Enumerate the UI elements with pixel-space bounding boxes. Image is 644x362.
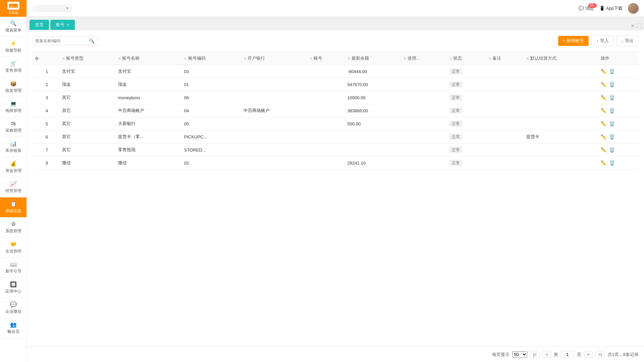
tab-close-icon[interactable]: ✕	[66, 23, 69, 27]
delete-icon[interactable]: 🗑️	[609, 95, 615, 100]
th-balance[interactable]: ⇅最新余额	[345, 52, 401, 65]
status-badge: 正常	[449, 68, 463, 74]
sidebar-item-apps[interactable]: 🔲 应用中心	[0, 278, 27, 298]
cell-remark	[486, 104, 524, 117]
export-button[interactable]: ↓ 导出	[616, 36, 639, 46]
th-account[interactable]: ⇅账号	[307, 52, 345, 65]
top-search-box[interactable]: ▼	[32, 5, 72, 12]
delete-icon[interactable]: 🗑️	[609, 134, 615, 139]
edit-icon[interactable]: ✏️	[601, 82, 606, 87]
top-search-input[interactable]	[36, 6, 63, 11]
search-input[interactable]	[35, 39, 89, 43]
cell-no: 3	[43, 91, 59, 104]
apps-icon: 🔲	[10, 281, 17, 288]
cell-status: 正常	[446, 117, 486, 130]
logo-icon: Ea	[7, 2, 19, 10]
sidebar-item-system[interactable]: ⚙ 系统管理	[0, 218, 27, 238]
delete-icon[interactable]: 🗑️	[609, 160, 615, 166]
th-settings[interactable]: ⚙	[32, 52, 43, 65]
cell-status: 正常	[446, 78, 486, 91]
app-download-label: App下载	[606, 5, 623, 11]
edit-icon[interactable]: ✏️	[601, 134, 606, 139]
edit-icon[interactable]: ✏️	[601, 147, 606, 153]
page-size-select[interactable]: 50 100	[512, 351, 527, 358]
sidebar-item-label: 批发管理	[5, 88, 21, 94]
edit-icon[interactable]: ✏️	[601, 108, 606, 113]
delete-icon[interactable]: 🗑️	[609, 69, 615, 74]
cell-no: 4	[43, 104, 59, 117]
ecommerce-icon: 💻	[10, 101, 17, 107]
cell-bank	[241, 143, 307, 157]
table-row: 3 其它 moneybosx 06 10000.00 正常 ✏️ 🗑️	[32, 91, 639, 104]
cell-account	[307, 143, 345, 157]
status-badge: 正常	[449, 95, 463, 101]
cell-default-settle	[524, 117, 598, 130]
sidebar-item-basic[interactable]: 📋 基础信息	[0, 197, 27, 218]
wholesale-icon: 📦	[10, 80, 17, 87]
tab-home[interactable]: 首页	[30, 20, 49, 30]
user-avatar[interactable]	[628, 3, 639, 14]
sidebar-item-retail[interactable]: 🛒 零售管理	[0, 57, 27, 77]
sidebar-item-guide[interactable]: 📖 新手引导	[0, 258, 27, 278]
sidebar-item-wechat[interactable]: 💬 企业微信	[0, 298, 27, 318]
edit-icon[interactable]: ✏️	[601, 121, 606, 126]
th-usage[interactable]: ⇅使用...	[401, 52, 446, 65]
delete-icon[interactable]: 🗑️	[609, 108, 615, 113]
th-name[interactable]: ⇅账号名称	[115, 52, 181, 65]
account-table: ⚙ ⇅账号类型 ⇅账号名称 ⇅账号编码 ⇅开户银行 ⇅账号 ⇅最新余额 ⇅使用.…	[32, 52, 639, 170]
cell-remark	[486, 130, 524, 143]
add-account-button[interactable]: + 新增账号	[558, 36, 589, 46]
sidebar-item-operations[interactable]: 📈 经营管理	[0, 177, 27, 197]
tab-bar-close-icon[interactable]: ✕	[631, 23, 635, 28]
cell-settings	[32, 130, 43, 143]
message-button[interactable]: 💬 消息 99+	[579, 5, 594, 11]
delete-icon[interactable]: 🗑️	[609, 82, 615, 87]
th-default-settle[interactable]: ⇅默认结算方式	[524, 52, 598, 65]
tab-bar-expand-icon[interactable]: ⛶	[637, 23, 641, 28]
last-page-button[interactable]: >|	[595, 351, 605, 358]
th-code[interactable]: ⇅账号编码	[181, 52, 241, 65]
search-icon: 🔍	[89, 38, 95, 44]
sidebar-item-wholesale[interactable]: 📦 批发管理	[0, 77, 27, 97]
inventory-icon: 📊	[10, 140, 17, 147]
cell-balance: 500.00	[345, 117, 401, 130]
cell-balance: 383866.00	[345, 104, 401, 117]
table-row: 7 其它 零售抵现 STORED... 正常 ✏️ 🗑️	[32, 143, 639, 157]
sidebar-item-inventory[interactable]: 📊 库存核算	[0, 137, 27, 157]
sidebar-item-agreement[interactable]: 🤝 企业协同	[0, 238, 27, 258]
app-download-button[interactable]: 📱 App下载	[599, 5, 623, 11]
next-page-button[interactable]: >	[584, 351, 593, 358]
import-button[interactable]: ↑ 导入	[591, 36, 614, 46]
tab-account[interactable]: 账号 ✕	[50, 20, 75, 30]
cell-type: 其它	[59, 117, 115, 130]
cell-balance: 28241.10	[345, 157, 401, 170]
sidebar-item-finance[interactable]: 💰 资金管理	[0, 157, 27, 177]
th-type[interactable]: ⇅账号类型	[59, 52, 115, 65]
member-icon: 👥	[10, 321, 17, 328]
edit-icon[interactable]: ✏️	[601, 95, 606, 100]
page-number-input[interactable]	[561, 351, 574, 358]
cell-code: 02	[181, 157, 241, 170]
table-row: 5 其它 大新银行 05 500.00 正常 ✏️ 🗑️	[32, 117, 639, 130]
search-input-box[interactable]: 🔍	[32, 37, 99, 45]
sidebar-item-shortcut[interactable]: ⚡ 快捷导航	[0, 37, 27, 57]
cell-action: ✏️ 🗑️	[598, 91, 639, 104]
prev-page-button[interactable]: <	[542, 351, 551, 358]
cell-status: 正常	[446, 91, 486, 104]
edit-icon[interactable]: ✏️	[601, 69, 606, 74]
first-page-button[interactable]: |<	[530, 351, 540, 358]
sidebar-item-purchase[interactable]: 🛍 采购管理	[0, 117, 27, 137]
sidebar-item-label: 零售管理	[5, 68, 21, 73]
edit-icon[interactable]: ✏️	[601, 160, 606, 166]
cell-type: 其它	[59, 91, 115, 104]
delete-icon[interactable]: 🗑️	[609, 121, 615, 126]
th-bank[interactable]: ⇅开户银行	[241, 52, 307, 65]
sidebar-item-ecommerce[interactable]: 💻 电商管理	[0, 97, 27, 117]
th-status[interactable]: ⇅状态	[446, 52, 486, 65]
delete-icon[interactable]: 🗑️	[609, 147, 615, 153]
sidebar-item-search[interactable]: 🔍 搜索菜单	[0, 17, 27, 37]
sidebar-item-member[interactable]: 👥 畅会员	[0, 318, 27, 338]
th-action: 操作	[598, 52, 639, 65]
cell-no: 1	[43, 65, 59, 78]
th-remark[interactable]: ⇅备注	[486, 52, 524, 65]
